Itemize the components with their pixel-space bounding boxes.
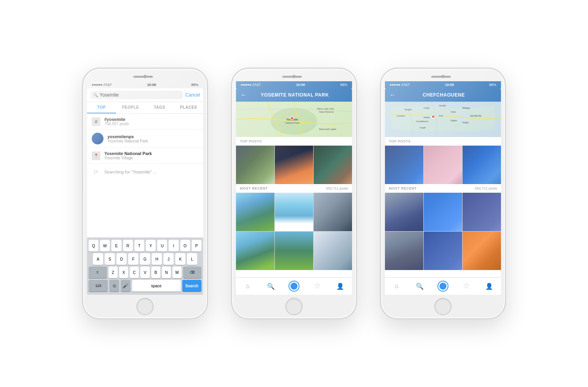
key-e[interactable]: E — [111, 240, 121, 252]
nav-heart-2[interactable]: ♡ — [306, 277, 329, 295]
search-input-wrap[interactable]: 🔍 Yosemite — [90, 91, 183, 99]
key-j[interactable]: J — [163, 253, 174, 265]
key-h[interactable]: H — [152, 253, 162, 265]
nav-home-3[interactable]: ⌂ — [385, 277, 408, 295]
key-k[interactable]: K — [175, 253, 185, 265]
key-p[interactable]: P — [192, 240, 201, 252]
recent-photo-1[interactable] — [236, 193, 274, 231]
nav-profile-3[interactable]: 👤 — [478, 277, 501, 295]
hashtag-sub: 758,557 posts — [104, 122, 198, 126]
carrier-1: ●●●●● AT&T — [92, 83, 112, 87]
key-z[interactable]: Z — [109, 267, 118, 278]
chef-recent-photo-6[interactable] — [463, 232, 501, 270]
key-a[interactable]: A — [93, 253, 103, 265]
key-n[interactable]: N — [162, 267, 171, 278]
key-x[interactable]: X — [119, 267, 128, 278]
profile-icon-3: 👤 — [485, 283, 493, 290]
result-text-2: yosemitenps Yosemite National Park — [107, 134, 198, 143]
cancel-button[interactable]: Cancel — [185, 92, 200, 98]
key-t[interactable]: T — [134, 240, 144, 252]
location-header-3: ← CHEFCHAOUENE — [385, 88, 501, 102]
nav-heart-3[interactable]: ♡ — [455, 277, 478, 295]
key-q[interactable]: Q — [89, 240, 98, 252]
key-d[interactable]: D — [116, 253, 127, 265]
recent-posts-grid-3 — [385, 193, 501, 270]
screen-3: ← CHEFCHAOUENE Tangier Larache C — [385, 88, 501, 295]
chef-top-photo-1[interactable] — [385, 146, 423, 184]
chef-recent-photo-3[interactable] — [463, 193, 501, 231]
chef-top-photo-2[interactable] — [424, 146, 462, 184]
svg-text:Legal: Legal — [420, 126, 425, 129]
result-hashtag[interactable]: # #yosemite 758,557 posts — [87, 114, 203, 130]
back-button-3[interactable]: ← — [390, 91, 396, 99]
tab-people[interactable]: PEOPLE — [116, 102, 145, 113]
home-button-2[interactable] — [285, 298, 303, 315]
key-o[interactable]: O — [180, 240, 190, 252]
searching-text: Searching for "Yosemite" ... — [104, 170, 156, 174]
key-emoji[interactable]: ☺ — [109, 280, 119, 292]
location-icon: 📍 — [92, 152, 100, 160]
recent-photo-2[interactable] — [275, 193, 313, 231]
key-shift[interactable]: ⇧ — [89, 267, 107, 278]
key-123[interactable]: 123 — [89, 280, 108, 292]
key-space[interactable]: space — [132, 280, 181, 292]
chef-recent-photo-5[interactable] — [424, 232, 462, 270]
home-button-1[interactable] — [136, 298, 154, 315]
key-g[interactable]: G — [140, 253, 150, 265]
key-y[interactable]: Y — [146, 240, 156, 252]
time-3: 10:00 — [445, 83, 454, 87]
key-l[interactable]: L — [187, 253, 197, 265]
key-u[interactable]: U — [157, 240, 167, 252]
key-v[interactable]: V — [140, 267, 149, 278]
key-r[interactable]: R — [123, 240, 133, 252]
section-header-top-3: TOP POSTS — [385, 137, 501, 146]
speaker-2 — [282, 76, 302, 78]
home-button-3[interactable] — [434, 298, 452, 315]
top-photo-3[interactable] — [314, 146, 352, 184]
nav-profile-2[interactable]: 👤 — [329, 277, 352, 295]
key-w[interactable]: W — [100, 240, 110, 252]
key-c[interactable]: C — [130, 267, 139, 278]
top-photo-1[interactable] — [236, 146, 274, 184]
key-f[interactable]: F — [128, 253, 138, 265]
nav-camera-2[interactable] — [282, 277, 305, 295]
key-row-1: Q W E R T Y U I O P — [89, 240, 201, 252]
top-photo-2[interactable] — [275, 146, 313, 184]
key-m[interactable]: M — [172, 267, 181, 278]
search-button[interactable]: Search — [182, 280, 201, 292]
chef-recent-photo-4[interactable] — [385, 232, 423, 270]
recent-photo-5[interactable] — [275, 232, 313, 270]
svg-point-22 — [432, 115, 435, 118]
svg-text:Nador: Nador — [451, 119, 457, 122]
recent-photo-4[interactable] — [236, 232, 274, 270]
back-button-2[interactable]: ← — [241, 91, 247, 99]
svg-text:Tangier: Tangier — [404, 108, 412, 111]
nav-search-3[interactable]: 🔍 — [408, 277, 431, 295]
key-i[interactable]: I — [169, 240, 178, 252]
chef-top-photo-3[interactable] — [463, 146, 501, 184]
key-row-3: ⇧ Z X C V B N M ⌫ — [89, 267, 201, 278]
tab-tags[interactable]: TAGS — [145, 102, 174, 113]
key-s[interactable]: S — [105, 253, 115, 265]
search-nav-icon-3: 🔍 — [416, 283, 424, 290]
chef-recent-photo-2[interactable] — [424, 193, 462, 231]
key-mic[interactable]: 🎤 — [121, 280, 131, 292]
tab-top[interactable]: TOP — [87, 102, 116, 113]
nav-camera-3[interactable] — [431, 277, 454, 295]
result-user[interactable]: yosemitenps Yosemite National Park — [87, 130, 203, 148]
spinner-icon: ⟳ — [92, 168, 100, 176]
key-b[interactable]: B — [151, 267, 160, 278]
hashtag-icon: # — [92, 117, 100, 126]
result-location[interactable]: 📍 Yosemite National Park Yosemite Villag… — [87, 148, 203, 164]
recent-photo-6[interactable] — [314, 232, 352, 270]
key-backspace[interactable]: ⌫ — [183, 267, 201, 278]
nav-home-2[interactable]: ⌂ — [236, 277, 259, 295]
tab-places[interactable]: PLACES — [174, 102, 203, 113]
recent-photo-3[interactable] — [314, 193, 352, 231]
home-icon-3: ⌂ — [395, 283, 399, 290]
screen-1: 🔍 Yosemite Cancel TOP PEOPLE TAGS PLACES… — [87, 88, 203, 295]
phones-container: ●●●●● AT&T 10:00 88% 🔍 Yosemite Cancel T… — [67, 44, 521, 343]
svg-point-7 — [290, 117, 294, 120]
nav-search-2[interactable]: 🔍 — [259, 277, 282, 295]
chef-recent-photo-1[interactable] — [385, 193, 423, 231]
